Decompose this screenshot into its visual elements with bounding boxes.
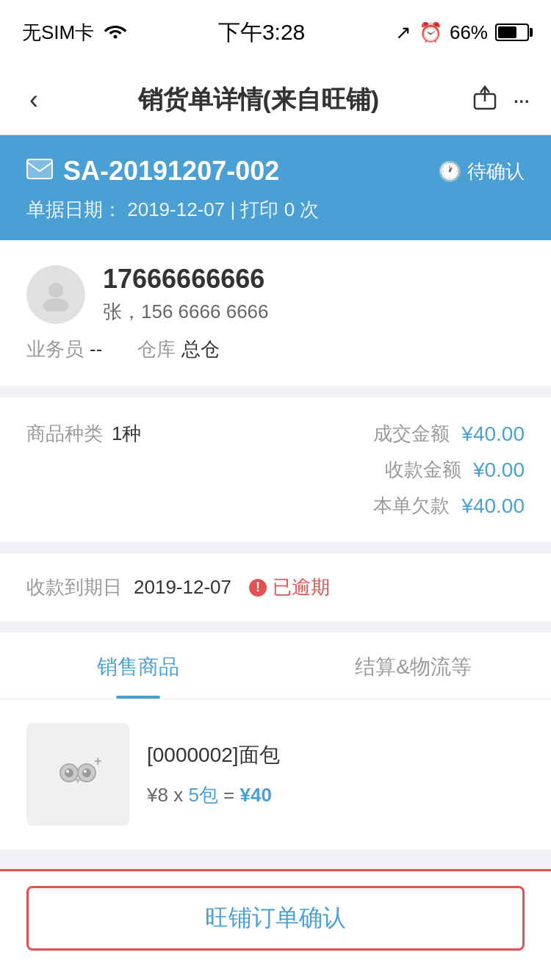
tab-products-label: 销售商品 [97,655,179,678]
overdue-text: 已逾期 [273,574,330,600]
order-id: SA-20191207-002 [26,156,279,187]
tab-settlement[interactable]: 结算&物流等 [276,633,551,699]
customer-phone: 17666666666 [103,264,269,295]
svg-point-11 [84,770,87,773]
order-id-text: SA-20191207-002 [63,156,279,187]
clock-icon: 🕐 [438,160,461,183]
warehouse-item: 仓库 总仓 [137,336,220,362]
overdue-icon: ! [249,579,267,597]
equals-sign: = [223,784,240,806]
battery-percent: 66% [450,21,488,44]
warehouse-label: 仓库 [137,336,176,362]
status-right: ↗ ⏰ 66% [395,21,529,44]
page-title: 销货单详情(来自旺铺) [46,83,472,117]
summary-card: 商品种类 1种 成交金额 ¥40.00 收款金额 ¥0.00 本单欠款 ¥40.… [0,397,551,542]
order-status: 🕐 待确认 [438,159,525,184]
svg-point-9 [82,768,91,777]
salesperson-label: 业务员 [26,336,84,362]
salesperson-item: 业务员 -- [26,336,102,362]
customer-info-row: 17666666666 张，156 6666 6666 [26,264,525,325]
avatar [26,265,85,324]
product-info: [0000002]面包 ¥8 x 5包 = ¥40 [147,741,525,808]
due-date-value: 2019-12-07 [134,576,231,599]
product-unit-price: ¥8 [147,784,168,806]
nav-bar: ‹ 销货单详情(来自旺铺) ··· [0,65,551,135]
product-thumb-inner: + [26,723,129,826]
date-label: 单据日期： [26,198,122,220]
product-price-row: ¥8 x 5包 = ¥40 [147,782,525,808]
summary-right: 成交金额 ¥40.00 收款金额 ¥0.00 本单欠款 ¥40.00 [373,421,525,519]
product-type-item: 商品种类 1种 [26,421,141,447]
product-thumbnail: + [26,723,129,826]
receipt-amount-row: 收款金额 ¥0.00 [385,457,525,483]
customer-name: 张，156 6666 6666 [103,299,269,325]
location-icon: ↗ [395,21,411,44]
order-banner: SA-20191207-002 🕐 待确认 单据日期： 2019-12-07 |… [0,135,551,240]
transaction-amount-row: 成交金额 ¥40.00 [373,421,525,447]
svg-point-4 [48,283,63,298]
warehouse-value: 总仓 [181,336,220,362]
svg-text:+: + [94,754,102,768]
battery-icon [495,24,529,41]
date-value: 2019-12-07 [127,198,225,220]
multiply-sign: x [173,784,188,806]
tab-products[interactable]: 销售商品 [0,633,276,699]
transaction-amount-label: 成交金额 [373,421,450,447]
product-total: ¥40 [240,784,272,806]
status-left: 无SIM卡 [22,20,128,46]
order-id-row: SA-20191207-002 🕐 待确认 [26,156,525,187]
product-name: [0000002]面包 [147,741,525,769]
svg-point-5 [43,298,68,311]
wifi-icon [103,21,128,44]
table-row: + [0000002]面包 ¥8 x 5包 = ¥40 [0,699,551,849]
tabs-row: 销售商品 结算&物流等 [0,633,551,699]
receipt-amount-value: ¥0.00 [473,458,525,482]
back-button[interactable]: ‹ [22,77,46,123]
transaction-amount-value: ¥40.00 [461,422,525,446]
tab-settlement-label: 结算&物流等 [355,655,472,678]
salesperson-value: -- [90,338,102,361]
product-list: + [0000002]面包 ¥8 x 5包 = ¥40 [0,699,551,849]
status-time: 下午3:28 [218,18,305,48]
print-text: | 打印 0 次 [230,198,319,220]
confirm-order-button[interactable]: 旺铺订单确认 [26,886,525,951]
customer-card: 17666666666 张，156 6666 6666 业务员 -- 仓库 总仓 [0,240,551,386]
product-type-value: 1种 [112,421,141,447]
bottom-bar: 旺铺订单确认 [0,869,551,980]
product-type-label: 商品种类 [26,421,103,447]
status-bar: 无SIM卡 下午3:28 ↗ ⏰ 66% [0,0,551,65]
customer-meta: 业务员 -- 仓库 总仓 [26,336,525,362]
share-button[interactable] [472,84,498,115]
more-button[interactable]: ··· [513,85,529,114]
due-date-card: 收款到期日 2019-12-07 ! 已逾期 [0,554,551,621]
owed-amount-value: ¥40.00 [461,494,525,518]
nav-actions: ··· [472,84,529,115]
order-envelope-icon [26,156,53,187]
owed-amount-label: 本单欠款 [373,493,450,519]
summary-left: 商品种类 1种 [26,421,141,447]
order-date-row: 单据日期： 2019-12-07 | 打印 0 次 [26,197,525,223]
status-text: 待确认 [467,159,525,184]
svg-point-0 [114,35,118,38]
alarm-icon: ⏰ [419,21,442,44]
sim-text: 无SIM卡 [22,20,94,46]
confirm-button-label: 旺铺订单确认 [205,902,346,934]
overdue-badge: ! 已逾期 [249,574,330,600]
svg-point-10 [66,770,69,773]
svg-rect-3 [27,159,52,179]
svg-point-8 [65,768,73,777]
owed-amount-row: 本单欠款 ¥40.00 [373,493,525,519]
receipt-amount-label: 收款金额 [385,457,461,483]
customer-details: 17666666666 张，156 6666 6666 [103,264,269,325]
tabs-container: 销售商品 结算&物流等 [0,633,551,699]
due-date-label: 收款到期日 [26,574,122,600]
product-quantity: 5包 [188,784,217,806]
